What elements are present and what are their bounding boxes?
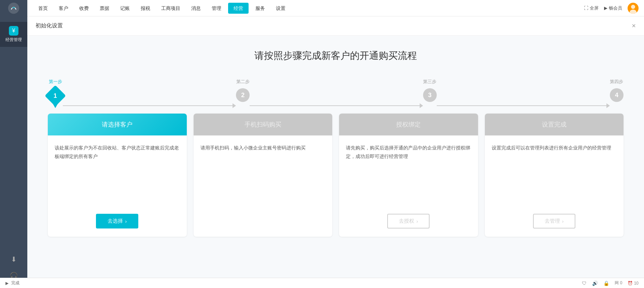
step-3-label: 第三步 <box>423 79 436 85</box>
arrow-icon-3: › <box>416 218 418 224</box>
card-step-3: 授权绑定 请先购买，购买后选择开通的产品中的企业用户进行授权绑定，成功后即可进行… <box>339 114 478 237</box>
page-header: 初始化设置 × <box>27 16 644 36</box>
shield-icon: 🛡 <box>582 280 587 286</box>
card-2-header: 手机扫码购买 <box>194 114 333 135</box>
card-4-footer: 去管理 › <box>485 208 624 237</box>
page-title: 初始化设置 <box>36 22 63 29</box>
nav-right-area: ⛶ 全屏 ▶ 畅会员 <box>584 3 639 14</box>
go-authorize-button[interactable]: 去授权 › <box>387 214 430 228</box>
step-3-number: 3 <box>428 92 432 99</box>
sidebar-item-operation[interactable]: ¥ 经营管理 <box>0 22 27 47</box>
nav-accounting[interactable]: 记账 <box>115 0 135 16</box>
card-2-body: 请用手机扫码，输入小微企业主账号密码进行购买 <box>194 135 333 223</box>
card-step-4: 设置完成 设置完成后可以在管理列表进行所有企业用户的经营管理 去管理 › <box>485 114 624 237</box>
step-2-label: 第二步 <box>236 79 250 85</box>
nav-message[interactable]: 消息 <box>186 0 206 16</box>
nav-charge[interactable]: 收费 <box>74 0 94 16</box>
card-2-title: 手机扫码购买 <box>244 121 281 128</box>
network-icon: 网 0 <box>615 280 622 286</box>
top-navigation: 首页 客户 收费 票据 记账 报税 工商项目 消息 管理 经营 服务 设置 ⛶ … <box>27 0 644 16</box>
volume-icon: 🔊 <box>592 280 598 286</box>
card-1-header: 请选择客户 <box>48 114 187 135</box>
wizard-wrapper: 请按照步骤完成新客户的开通购买流程 第一步 1 第二步 <box>27 36 644 278</box>
app-logo <box>0 0 27 16</box>
operation-icon: ¥ <box>9 26 18 36</box>
nav-manage[interactable]: 管理 <box>206 0 227 16</box>
steps-progress: 第一步 1 第二步 2 <box>48 79 624 108</box>
main-content: 初始化设置 × 请按照步骤完成新客户的开通购买流程 第一步 1 <box>27 16 644 278</box>
card-2-footer <box>194 223 333 237</box>
nav-customer[interactable]: 客户 <box>53 0 74 16</box>
step-2-block: 第二步 2 <box>236 79 250 102</box>
close-button[interactable]: × <box>632 22 636 30</box>
nav-home[interactable]: 首页 <box>33 0 53 16</box>
sidebar: ¥ 经营管理 ⬇ 🎧 <box>0 16 27 288</box>
status-bar: ▶ 完成 🛡 🔊 🔒 网 0 ⏰ 10 <box>0 278 644 288</box>
lock-icon: 🔒 <box>603 280 609 286</box>
arrow-icon-4: › <box>562 218 564 224</box>
step-2-circle: 2 <box>236 88 250 102</box>
card-3-footer: 去授权 › <box>339 208 478 237</box>
nav-service[interactable]: 服务 <box>250 0 270 16</box>
step-4-block: 第四步 4 <box>610 79 624 102</box>
download-icon[interactable]: ⬇ <box>8 252 19 266</box>
connector-1-2 <box>63 103 236 108</box>
sidebar-item-label: 经营管理 <box>5 37 22 43</box>
nav-settings[interactable]: 设置 <box>270 0 291 16</box>
card-1-title: 请选择客户 <box>102 121 132 128</box>
step-4-circle: 4 <box>610 88 624 102</box>
fullscreen-icon: ⛶ <box>584 5 588 11</box>
card-4-body: 设置完成后可以在管理列表进行所有企业用户的经营管理 <box>485 135 624 208</box>
svg-point-0 <box>8 3 19 14</box>
card-4-title: 设置完成 <box>542 121 566 128</box>
play-status-icon: ▶ <box>5 281 9 286</box>
card-3-body: 请先购买，购买后选择开通的产品中的企业用户进行授权绑定，成功后即可进行经营管理 <box>339 135 478 208</box>
card-4-header: 设置完成 <box>485 114 624 135</box>
connector-3-4 <box>437 103 610 108</box>
vip-button[interactable]: ▶ 畅会员 <box>604 5 622 11</box>
card-step-2: 手机扫码购买 请用手机扫码，输入小微企业主账号密码进行购买 <box>194 114 333 237</box>
step-1-block: 第一步 1 <box>48 79 63 103</box>
nav-operation[interactable]: 经营 <box>228 3 249 14</box>
cards-row: 请选择客户 该处展示的客户为不在回收站、客户状态正常建账后完成老板端绑定的所有客… <box>48 114 624 237</box>
step-4-number: 4 <box>615 92 618 99</box>
go-select-button[interactable]: 去选择 › <box>96 214 138 228</box>
card-1-body: 该处展示的客户为不在回收站、客户状态正常建账后完成老板端绑定的所有客户 <box>48 135 187 208</box>
step-1-label: 第一步 <box>49 79 62 85</box>
step-3-block: 第三步 3 <box>423 79 437 102</box>
card-1-footer: 去选择 › <box>48 208 187 237</box>
fullscreen-button[interactable]: ⛶ 全屏 <box>584 5 599 11</box>
nav-invoice[interactable]: 票据 <box>94 0 115 16</box>
step-4-label: 第四步 <box>610 79 623 85</box>
user-avatar[interactable] <box>628 3 639 14</box>
status-bar-right: 🛡 🔊 🔒 网 0 ⏰ 10 <box>582 280 639 286</box>
card-step-1: 请选择客户 该处展示的客户为不在回收站、客户状态正常建账后完成老板端绑定的所有客… <box>48 114 187 237</box>
step-3-circle: 3 <box>423 88 437 102</box>
card-3-header: 授权绑定 <box>339 114 478 135</box>
nav-business[interactable]: 工商项目 <box>156 0 186 16</box>
connector-2-3 <box>250 103 423 108</box>
step-1-number: 1 <box>54 92 57 99</box>
card-3-title: 授权绑定 <box>396 121 421 128</box>
step-2-number: 2 <box>241 92 244 99</box>
arrow-icon: › <box>125 218 127 224</box>
status-label: 完成 <box>11 280 19 286</box>
wizard-title: 请按照步骤完成新客户的开通购买流程 <box>48 49 624 62</box>
play-icon: ▶ <box>604 5 607 11</box>
go-manage-button[interactable]: 去管理 › <box>533 214 575 228</box>
clock-icon: ⏰ 10 <box>628 281 639 286</box>
nav-tax[interactable]: 报税 <box>135 0 156 16</box>
step-1-circle-wrapper: 1 <box>48 88 63 103</box>
svg-point-2 <box>631 5 635 9</box>
step-1-arrow-down <box>53 103 58 108</box>
